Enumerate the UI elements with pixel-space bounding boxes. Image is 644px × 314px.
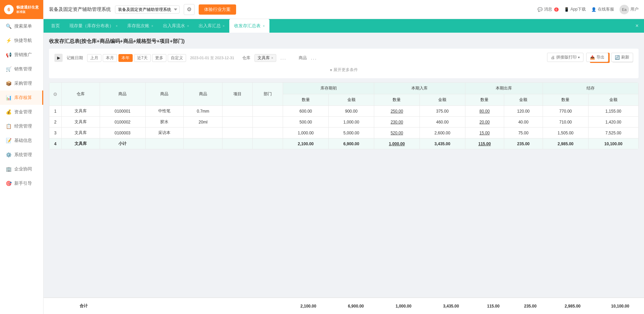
row-balance-amt: 7,525.00 (588, 128, 638, 138)
tab-close-recv-send[interactable]: × (263, 24, 265, 28)
row-product-spec (184, 128, 222, 138)
system-icon: ⚙️ (5, 152, 12, 158)
system-selector[interactable]: 装备及固定资产辅助管理系统 (115, 5, 180, 14)
total-opening-qty: 2,100.00 (284, 301, 332, 311)
row-out-qty[interactable]: 15.00 (465, 128, 504, 138)
sidebar-item-purchase[interactable]: 📦 采购管理 (0, 76, 43, 90)
sidebar-item-search[interactable]: 🔍 搜索菜单 (0, 19, 43, 33)
expand-btn[interactable]: ▾ 展开更多条件 (330, 67, 358, 73)
row-opening-amt: 1,000.00 (329, 117, 374, 128)
total-in-qty: 1,000.00 (380, 301, 427, 311)
user-profile-btn[interactable]: Ea 用户 (620, 5, 639, 14)
date-btn-this-year[interactable]: 本年 (118, 54, 133, 62)
service-icon: 👤 (591, 7, 596, 12)
date-options: 上月 本月 本年 近7天 更多 自定义 (87, 54, 186, 62)
th-in: 本期入库 (374, 83, 465, 94)
tab-close-batch[interactable]: × (151, 24, 153, 28)
total-balance-amt: 10,100.00 (596, 301, 644, 311)
tab-close-summary[interactable]: × (223, 24, 225, 28)
sidebar-item-enterprise[interactable]: 🏢 企业协同 (0, 162, 43, 176)
message-icon: 💬 (538, 7, 543, 12)
settings-gear-btn[interactable]: ⚙ (184, 4, 195, 15)
column-settings-icon[interactable]: ⚙ (53, 92, 57, 97)
guide-icon: 🎯 (5, 180, 12, 186)
tab-home[interactable]: 首页 (46, 19, 65, 33)
th-product-code: 商品 (100, 83, 145, 106)
subtotal-out-qty[interactable]: 115.00 (465, 138, 504, 149)
date-range: 2023-01-01 至 2023-12-31 (190, 55, 234, 61)
message-btn[interactable]: 💬 消息 6 (538, 6, 559, 12)
subtotal-in-qty[interactable]: 1,000.00 (374, 138, 420, 149)
tab-flow[interactable]: 出入库流水 × (158, 19, 194, 33)
product-more-btn[interactable]: ... (311, 55, 317, 61)
user-avatar: Ea (620, 5, 629, 14)
date-btn-7days[interactable]: 近7天 (134, 54, 151, 62)
sidebar-item-sales[interactable]: 🛒 销售管理 (0, 62, 43, 76)
total-in-amt: 3,435.00 (427, 301, 475, 311)
total-label: 合计 (63, 301, 105, 311)
row-out-amt: 40.00 (504, 117, 543, 128)
tab-summary[interactable]: 出入库汇总 × (194, 19, 230, 33)
print-btn[interactable]: 🖨 拼接版打印 ▾ (547, 53, 583, 62)
trial-btn[interactable]: 体验行业方案 (199, 4, 236, 15)
expand-row: ▾ 展开更多条件 (54, 66, 633, 74)
sidebar-item-marketing[interactable]: 📢 营销推广 (0, 48, 43, 62)
sidebar-item-operations[interactable]: 📋 经营管理 (0, 119, 43, 133)
date-btn-this-month[interactable]: 本月 (103, 54, 117, 62)
expand-icon: ▾ (330, 68, 332, 72)
tab-recv-send[interactable]: 收发存汇总表 × (229, 19, 269, 33)
subtotal-opening-amt: 6,900.00 (329, 138, 374, 149)
row-in-amt: 2,600.00 (419, 128, 465, 138)
warehouse-tag-close[interactable]: × (271, 56, 273, 60)
filter-toggle-btn[interactable]: ▶ (54, 54, 63, 62)
warehouse-label: 仓库 (242, 55, 250, 61)
th-project: 项目 (222, 83, 253, 106)
date-btn-last-month[interactable]: 上月 (87, 54, 101, 62)
purchase-icon: 📦 (5, 80, 12, 86)
online-service-btn[interactable]: 👤 在线客服 (591, 6, 614, 12)
row-balance-qty: 1,505.00 (543, 128, 588, 138)
th-out-amt: 金额 (504, 94, 543, 106)
sidebar-logo: 6 畅捷通好生意 标准版 (0, 0, 43, 19)
warehouse-more-btn[interactable]: ... (280, 55, 286, 61)
th-out: 本期出库 (465, 83, 543, 94)
sidebar-item-guide[interactable]: 🎯 新手引导 (0, 176, 43, 191)
table-row: 3 文具库 0100003 采访本 1,000.00 5,000.00 520.… (49, 128, 639, 138)
app-download-btn[interactable]: 📱 App下载 (564, 6, 586, 12)
close-all-tabs-btn[interactable]: × (630, 23, 644, 29)
row-in-qty[interactable]: 520.00 (374, 128, 420, 138)
tabbar: 首页 现存量（库存分布表） × 库存批次账 × 出入库流水 × 出入库汇总 × … (44, 19, 644, 33)
tab-close-stock-dist[interactable]: × (116, 24, 118, 28)
warehouse-tag: 文具库 × (254, 54, 276, 62)
row-balance-qty: 770.00 (543, 106, 588, 117)
refresh-btn[interactable]: 🔄 刷新 (611, 53, 633, 62)
tab-stock-dist[interactable]: 现存量（库存分布表） × (65, 19, 122, 33)
th-in-amt: 金额 (419, 94, 465, 106)
row-out-qty[interactable]: 80.00 (465, 106, 504, 117)
sidebar-item-system[interactable]: ⚙️ 系统管理 (0, 148, 43, 162)
date-label: 记账日期 (67, 55, 83, 61)
date-btn-custom[interactable]: 自定义 (168, 54, 186, 62)
date-btn-more[interactable]: 更多 (152, 54, 166, 62)
tab-batch[interactable]: 库存批次账 × (122, 19, 158, 33)
sidebar-item-quick-nav[interactable]: ⚡ 快捷导航 (0, 33, 43, 48)
bottom-total-bar: 合计 2,100.00 6,900.00 1,000.00 3,435.00 1… (44, 297, 644, 314)
toolbar-right: 🖨 拼接版打印 ▾ 📤 导出 🔄 刷新 (547, 53, 633, 62)
row-in-qty[interactable]: 230.00 (374, 117, 420, 128)
sidebar-item-basic[interactable]: 📝 基础信息 (0, 133, 43, 148)
basic-icon: 📝 (5, 137, 12, 144)
tab-close-flow[interactable]: × (187, 24, 189, 28)
row-opening-qty: 1,000.00 (283, 128, 329, 138)
sidebar-item-finance[interactable]: 💰 资金管理 (0, 105, 43, 119)
th-settings: ⚙ (49, 83, 62, 106)
th-in-qty: 数量 (374, 94, 420, 106)
sidebar-item-inventory[interactable]: 📊 库存核算 (0, 90, 43, 105)
row-in-qty[interactable]: 250.00 (374, 106, 420, 117)
row-department (253, 128, 283, 138)
export-btn[interactable]: 📤 导出 (586, 53, 608, 62)
logo-icon: 6 (4, 5, 14, 14)
row-warehouse: 文具库 (62, 117, 100, 128)
lightning-icon: ⚡ (5, 37, 12, 44)
row-out-qty[interactable]: 20.00 (465, 117, 504, 128)
row-product-code: 0100002 (100, 117, 145, 128)
